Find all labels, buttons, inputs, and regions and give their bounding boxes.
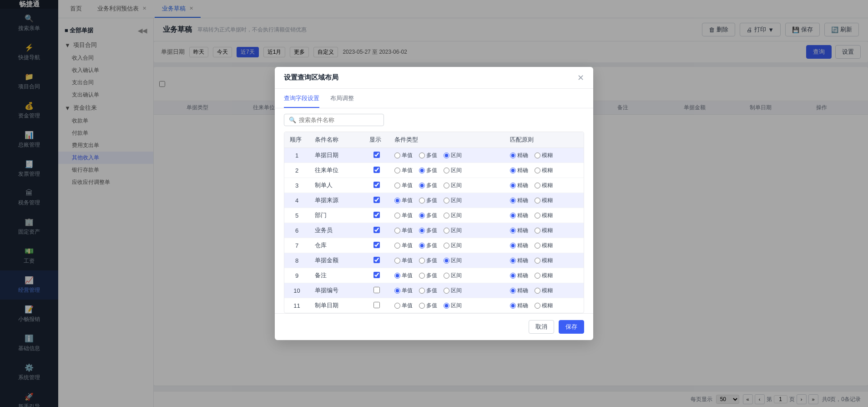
type-multi-label[interactable]: 多值 xyxy=(419,227,437,234)
type-range-label[interactable]: 区间 xyxy=(444,182,462,189)
match-precise-label[interactable]: 精确 xyxy=(510,182,528,189)
type-range-label[interactable]: 区间 xyxy=(444,227,462,234)
type-range-label[interactable]: 区间 xyxy=(444,152,462,159)
type-range-label[interactable]: 区间 xyxy=(444,272,462,280)
type-multi-radio[interactable] xyxy=(419,228,425,234)
row-show[interactable] xyxy=(364,148,389,163)
type-range-radio[interactable] xyxy=(444,198,449,204)
match-precise-radio[interactable] xyxy=(510,288,516,294)
type-single-label[interactable]: 单值 xyxy=(394,242,413,249)
match-precise-label[interactable]: 精确 xyxy=(510,302,528,310)
match-fuzzy-label[interactable]: 模糊 xyxy=(535,212,553,219)
match-precise-radio[interactable] xyxy=(510,198,516,204)
type-single-label[interactable]: 单值 xyxy=(394,167,413,174)
show-checkbox[interactable] xyxy=(373,287,380,293)
dialog-close-button[interactable]: ✕ xyxy=(577,74,584,82)
match-precise-label[interactable]: 精确 xyxy=(510,212,528,219)
match-precise-radio[interactable] xyxy=(510,303,516,309)
type-multi-radio[interactable] xyxy=(419,303,425,309)
type-range-label[interactable]: 区间 xyxy=(444,242,462,249)
match-fuzzy-radio[interactable] xyxy=(535,273,540,279)
type-range-label[interactable]: 区间 xyxy=(444,287,462,295)
row-show[interactable] xyxy=(364,238,389,253)
type-range-radio[interactable] xyxy=(444,168,449,173)
tab-query-fields[interactable]: 查询字段设置 xyxy=(284,94,319,108)
show-checkbox[interactable] xyxy=(373,242,380,248)
match-precise-label[interactable]: 精确 xyxy=(510,227,528,234)
type-multi-radio[interactable] xyxy=(419,183,425,188)
type-range-label[interactable]: 区间 xyxy=(444,167,462,174)
type-single-label[interactable]: 单值 xyxy=(394,212,413,219)
type-multi-radio[interactable] xyxy=(419,273,425,279)
match-fuzzy-radio[interactable] xyxy=(535,213,540,219)
type-range-radio[interactable] xyxy=(444,258,449,264)
match-fuzzy-radio[interactable] xyxy=(535,288,540,294)
type-multi-label[interactable]: 多值 xyxy=(419,212,437,219)
type-single-label[interactable]: 单值 xyxy=(394,197,413,204)
type-multi-label[interactable]: 多值 xyxy=(419,167,437,174)
match-fuzzy-label[interactable]: 模糊 xyxy=(535,227,553,234)
type-single-label[interactable]: 单值 xyxy=(394,257,413,265)
match-precise-label[interactable]: 精确 xyxy=(510,287,528,295)
match-fuzzy-radio[interactable] xyxy=(535,153,540,158)
match-fuzzy-label[interactable]: 模糊 xyxy=(535,287,553,295)
row-show[interactable] xyxy=(364,208,389,223)
type-range-radio[interactable] xyxy=(444,153,449,158)
type-single-radio[interactable] xyxy=(394,258,400,264)
match-precise-label[interactable]: 精确 xyxy=(510,272,528,280)
type-single-label[interactable]: 单值 xyxy=(394,182,413,189)
type-single-radio[interactable] xyxy=(394,303,400,309)
type-multi-radio[interactable] xyxy=(419,243,425,249)
type-multi-label[interactable]: 多值 xyxy=(419,302,437,310)
match-precise-label[interactable]: 精确 xyxy=(510,152,528,159)
type-range-label[interactable]: 区间 xyxy=(444,212,462,219)
search-input[interactable] xyxy=(299,117,379,123)
match-precise-radio[interactable] xyxy=(510,213,516,219)
match-fuzzy-label[interactable]: 模糊 xyxy=(535,302,553,310)
type-single-radio[interactable] xyxy=(394,198,400,204)
type-multi-radio[interactable] xyxy=(419,288,425,294)
type-range-label[interactable]: 区间 xyxy=(444,197,462,204)
row-show[interactable] xyxy=(364,223,389,238)
match-precise-label[interactable]: 精确 xyxy=(510,197,528,204)
type-single-label[interactable]: 单值 xyxy=(394,227,413,234)
type-single-radio[interactable] xyxy=(394,273,400,279)
match-fuzzy-radio[interactable] xyxy=(535,303,540,309)
match-precise-label[interactable]: 精确 xyxy=(510,242,528,249)
show-checkbox[interactable] xyxy=(373,212,380,218)
type-multi-label[interactable]: 多值 xyxy=(419,257,437,265)
match-fuzzy-label[interactable]: 模糊 xyxy=(535,167,553,174)
type-multi-label[interactable]: 多值 xyxy=(419,197,437,204)
type-multi-label[interactable]: 多值 xyxy=(419,152,437,159)
match-fuzzy-radio[interactable] xyxy=(535,228,540,234)
type-multi-radio[interactable] xyxy=(419,153,425,158)
type-range-radio[interactable] xyxy=(444,243,449,249)
row-show[interactable] xyxy=(364,178,389,193)
type-range-label[interactable]: 区间 xyxy=(444,302,462,310)
match-fuzzy-label[interactable]: 模糊 xyxy=(535,272,553,280)
match-precise-radio[interactable] xyxy=(510,153,516,158)
type-single-radio[interactable] xyxy=(394,288,400,294)
show-checkbox[interactable] xyxy=(373,197,380,203)
type-range-label[interactable]: 区间 xyxy=(444,257,462,265)
match-fuzzy-label[interactable]: 模糊 xyxy=(535,152,553,159)
type-multi-label[interactable]: 多值 xyxy=(419,182,437,189)
show-checkbox[interactable] xyxy=(373,167,380,173)
match-precise-radio[interactable] xyxy=(510,273,516,279)
match-precise-radio[interactable] xyxy=(510,228,516,234)
row-show[interactable] xyxy=(364,268,389,283)
match-fuzzy-radio[interactable] xyxy=(535,168,540,173)
type-range-radio[interactable] xyxy=(444,303,449,309)
type-single-label[interactable]: 单值 xyxy=(394,152,413,159)
type-range-radio[interactable] xyxy=(444,183,449,188)
show-checkbox[interactable] xyxy=(373,302,380,308)
type-single-label[interactable]: 单值 xyxy=(394,302,413,310)
match-fuzzy-label[interactable]: 模糊 xyxy=(535,242,553,249)
match-fuzzy-label[interactable]: 模糊 xyxy=(535,182,553,189)
type-multi-radio[interactable] xyxy=(419,168,425,173)
type-range-radio[interactable] xyxy=(444,213,449,219)
type-multi-label[interactable]: 多值 xyxy=(419,272,437,280)
match-precise-radio[interactable] xyxy=(510,258,516,264)
show-checkbox[interactable] xyxy=(373,182,380,188)
row-show[interactable] xyxy=(364,283,389,298)
